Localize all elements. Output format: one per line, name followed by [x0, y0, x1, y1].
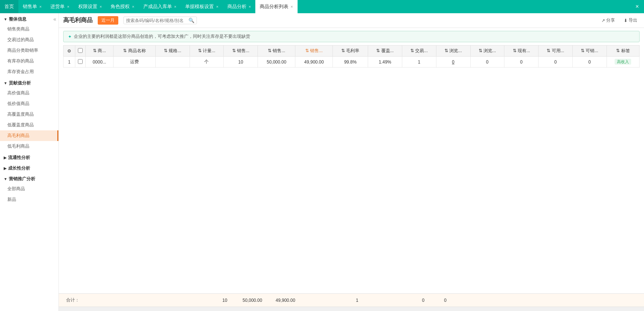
sidebar-item-high-margin[interactable]: 高毛利商品 [0, 130, 58, 141]
row-sales-amount: 50,000.00 [258, 57, 295, 68]
row-index: 1 [64, 57, 75, 68]
row-select-checkbox[interactable] [78, 59, 83, 64]
nav-sales[interactable]: 销售单 × [18, 0, 46, 13]
th-views1[interactable]: ⇅ 浏览... [436, 46, 470, 57]
sidebar-group-growth[interactable]: ▶ 成长性分析 [0, 162, 58, 173]
row-views1[interactable]: 0 [436, 57, 470, 68]
info-bar: ✦ 企业的主要的利润都是这部分商品创造的，可考虑加大推广，同时关注库存是不要出现… [63, 31, 640, 42]
th-transaction[interactable]: ⇅ 交易... [402, 46, 436, 57]
row-transaction: 1 [402, 57, 436, 68]
nav-permissions[interactable]: 权限设置 × [74, 0, 106, 13]
footer-spacer4 [137, 298, 173, 303]
search-icon[interactable]: 🔍 [188, 18, 194, 23]
row-tag: 高收入 [607, 57, 639, 68]
table-header-row: ⚙ ⇅ 商... ⇅ 商品名称 ⇅ 规格... ⇅ 计量... ⇅ 销售... … [64, 46, 640, 57]
nav-product-inbound[interactable]: 产成品入库单 × [139, 0, 181, 13]
footer-spacer2 [104, 298, 115, 303]
close-template-tab[interactable]: × [216, 4, 218, 9]
footer-spacer5 [173, 298, 195, 303]
close-analysis-list-tab[interactable]: × [291, 4, 293, 9]
nav-analysis-list[interactable]: 商品分析列表 × [255, 0, 297, 13]
main-layout: « ▼ 整体信息 销售类商品 交易过的商品 商品分类助销率 有库存的商品 库存资… [0, 13, 644, 311]
nav-home[interactable]: 首页 [0, 0, 18, 13]
footer-coverage [324, 298, 346, 303]
sidebar-item-stock-capital[interactable]: 库存资金占用 [0, 66, 58, 77]
search-box[interactable]: 🔍 [123, 17, 197, 24]
row-checkbox[interactable] [75, 57, 86, 68]
close-roles-tab[interactable]: × [132, 4, 134, 9]
sidebar-item-high-value[interactable]: 高价值商品 [0, 88, 58, 98]
th-current-stock[interactable]: ⇅ 现有... [504, 46, 539, 57]
nav-template-settings[interactable]: 单据模板设置 × [181, 0, 223, 13]
chevron-down-icon: ▼ [4, 17, 7, 21]
share-button[interactable]: ↗ 分享 [599, 16, 617, 25]
sidebar-item-category-sales-rate[interactable]: 商品分类助销率 [0, 45, 58, 56]
table-wrapper: ⚙ ⇅ 商... ⇅ 商品名称 ⇅ 规格... ⇅ 计量... ⇅ 销售... … [59, 45, 644, 293]
th-available-stock[interactable]: ⇅ 可用... [539, 46, 573, 57]
row-saleable: 0 [572, 57, 607, 68]
th-gross-margin[interactable]: ⇅ 毛利率 [333, 46, 368, 57]
sidebar-group-liquidity[interactable]: ▶ 流通性分析 [0, 152, 58, 162]
sidebar-item-all-products[interactable]: 全部商品 [0, 184, 58, 194]
th-views2[interactable]: ⇅ 浏览... [470, 46, 504, 57]
share-icon: ↗ [601, 18, 605, 23]
th-name[interactable]: ⇅ 商品名称 [114, 46, 155, 57]
info-icon: ✦ [68, 34, 72, 39]
row-coverage: 1.49% [368, 57, 402, 68]
sidebar-item-sales-products[interactable]: 销售类商品 [0, 24, 58, 35]
th-coverage[interactable]: ⇅ 覆盖... [368, 46, 402, 57]
footer-gross-margin [302, 298, 324, 303]
sidebar-item-new-products[interactable]: 新品 [0, 194, 58, 205]
sidebar-item-low-value[interactable]: 低价值商品 [0, 98, 58, 109]
sidebar-collapse-button[interactable]: « [53, 16, 56, 22]
page-title: 高毛利商品 [63, 17, 93, 24]
close-permissions-tab[interactable]: × [100, 4, 102, 9]
th-unit[interactable]: ⇅ 计量... [190, 46, 224, 57]
close-purchase-tab[interactable]: × [67, 4, 69, 9]
table-row: 1 0000... 运费 个 10 50,000.00 49,900.00 99… [64, 57, 640, 68]
total-label: 合计： [63, 297, 93, 303]
sidebar-group-marketing[interactable]: ▼ 营销推广分析 [0, 173, 58, 184]
row-spec [155, 57, 190, 68]
sidebar-item-high-coverage[interactable]: 高覆盖度商品 [0, 109, 58, 120]
close-sales-tab[interactable]: × [39, 4, 42, 9]
footer-transaction: 1 [346, 298, 368, 303]
horizontal-scrollbar[interactable] [59, 307, 644, 311]
sidebar-group-contribution[interactable]: ▼ 贡献值分析 [0, 77, 58, 88]
select-all-checkbox[interactable] [78, 48, 83, 53]
nav-roles[interactable]: 角色授权 × [106, 0, 138, 13]
row-sales-qty: 10 [224, 57, 258, 68]
content-area: 高毛利商品 近一月 🔍 ↗ 分享 ⬇ 导出 ✦ 企业的主要的利润都是这部分商品创… [59, 13, 644, 311]
chevron-right-icon: ▶ [4, 156, 7, 160]
th-tag[interactable]: ⇅ 标签 [607, 46, 639, 57]
th-checkbox[interactable] [75, 46, 86, 57]
footer-views2 [390, 298, 412, 303]
sidebar-item-traded-products[interactable]: 交易过的商品 [0, 35, 58, 45]
search-input[interactable] [126, 18, 188, 23]
th-settings[interactable]: ⚙ [64, 46, 75, 57]
th-sales-profit[interactable]: ⇅ 销售... [295, 46, 333, 57]
nav-product-analysis[interactable]: 商品分析 × [223, 0, 255, 13]
footer-current-stock: 0 [412, 298, 434, 303]
th-saleable[interactable]: ⇅ 可销... [572, 46, 607, 57]
th-spec[interactable]: ⇅ 规格... [155, 46, 190, 57]
sidebar-item-in-stock-products[interactable]: 有库存的商品 [0, 56, 58, 66]
row-name: 运费 [114, 57, 155, 68]
footer-spacer3 [115, 298, 137, 303]
th-code[interactable]: ⇅ 商... [86, 46, 114, 57]
sidebar-item-low-margin[interactable]: 低毛利商品 [0, 141, 58, 152]
export-button[interactable]: ⬇ 导出 [622, 16, 640, 25]
th-sales-qty[interactable]: ⇅ 销售... [224, 46, 258, 57]
tag-badge: 高收入 [615, 59, 631, 65]
time-filter-button[interactable]: 近一月 [98, 16, 118, 25]
nav-purchase[interactable]: 进货单 × [46, 0, 73, 13]
th-sales-amount[interactable]: ⇅ 销售... [258, 46, 295, 57]
close-product-inbound-tab[interactable]: × [174, 4, 176, 9]
row-code: 0000... [86, 57, 114, 68]
sidebar-group-overview[interactable]: ▼ 整体信息 [0, 13, 58, 24]
close-all-tabs[interactable]: × [630, 0, 644, 13]
close-analysis-tab[interactable]: × [249, 4, 251, 9]
sidebar-item-low-coverage[interactable]: 低覆盖度商品 [0, 120, 58, 130]
chevron-right-icon: ▶ [4, 166, 7, 170]
table-body: 1 0000... 运费 个 10 50,000.00 49,900.00 99… [64, 57, 640, 68]
